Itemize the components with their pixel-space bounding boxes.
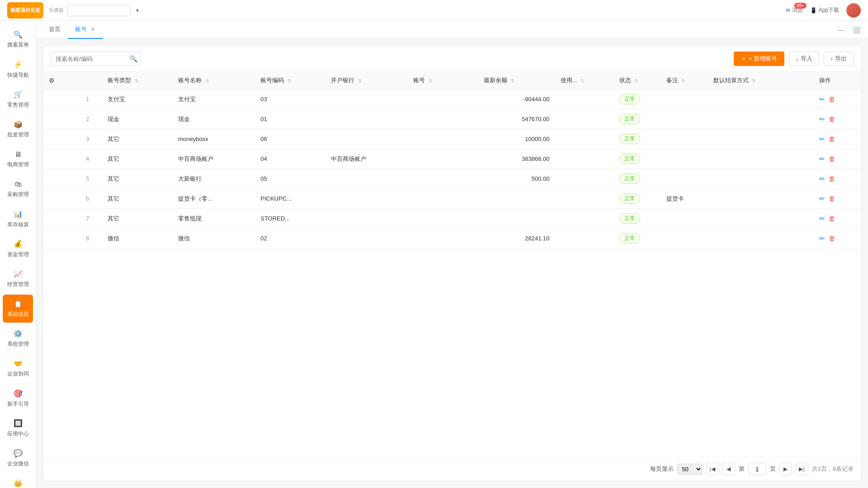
sidebar-item-newbie-guide[interactable]: 🎯 新手引导 [3,384,33,412]
edit-button-7[interactable]: ✏ [819,235,825,243]
delete-button-3[interactable]: 🗑 [829,155,835,163]
cell-settings-4 [43,169,73,189]
sidebar-item-basic-info[interactable]: 📋 基础信息 [3,295,33,323]
import-button[interactable]: ↓ 导入 [789,52,819,66]
tab-account-close[interactable]: ✕ [90,26,96,33]
sidebar-item-ops-mgmt[interactable]: 📈 经营管理 [3,265,33,293]
sidebar-item-search-menu[interactable]: 🔍 搜索菜单 [3,25,33,53]
edit-button-5[interactable]: ✏ [819,195,825,203]
newbie-guide-icon: 🎯 [14,389,23,399]
th-status[interactable]: 状态 ⇅ [614,72,661,89]
cell-code-4: 05 [255,169,326,189]
cell-name-7: 微信 [173,229,255,249]
sidebar-item-inventory-calc[interactable]: 📊 库存核算 [3,205,33,233]
sidebar-item-membership[interactable]: 👑 畅会员 [3,474,33,488]
sidebar-item-wholesale-mgmt[interactable]: 📦 批发管理 [3,115,33,143]
cell-default-4 [708,169,814,189]
cell-type-3: 其它 [102,149,173,169]
header-dropdown[interactable]: ▾ [136,7,139,14]
cell-note-6 [661,209,708,229]
cell-action-5: ✏ 🗑 [814,189,861,209]
th-balance[interactable]: 最新余额 ⇅ [478,72,555,89]
header-search-input[interactable] [67,5,131,16]
delete-button-1[interactable]: 🗑 [829,115,835,123]
search-button[interactable]: 🔍 [130,55,137,62]
cell-settings-0 [43,89,73,109]
cell-account-6 [408,209,478,229]
tab-home[interactable]: 首页 [42,21,68,39]
next-page-button[interactable]: ▶ [779,463,792,475]
cell-code-0: 03 [255,89,326,109]
purchase-mgmt-icon: 🛍 [14,179,22,189]
tab-bar-minimize-button[interactable]: — [835,23,847,36]
th-code[interactable]: 账号编码 ⇅ [255,72,326,89]
edit-button-6[interactable]: ✏ [819,215,825,223]
cell-name-6: 零售抵现 [173,209,255,229]
th-type[interactable]: 账号类型 ⇅ [102,72,173,89]
delete-button-6[interactable]: 🗑 [829,215,835,222]
sidebar-item-ecommerce-mgmt[interactable]: 🖥 电商管理 [3,145,33,173]
delete-button-7[interactable]: 🗑 [829,235,835,242]
sidebar-item-app-center[interactable]: 🔲 应用中心 [3,414,33,442]
th-default-method[interactable]: 默认结算方式 ⇅ [708,72,814,89]
cell-account-4 [408,169,478,189]
search-input[interactable] [51,52,141,66]
last-page-button[interactable]: ▶| [796,463,808,475]
prev-page-button[interactable]: ◀ [722,463,735,475]
cell-usage-1 [555,109,614,129]
cell-code-3: 04 [255,149,326,169]
th-account[interactable]: 账号 ⇅ [408,72,478,89]
edit-button-4[interactable]: ✏ [819,175,825,183]
cell-note-0 [661,89,708,109]
first-page-button[interactable]: |◀ [706,463,719,475]
cell-usage-6 [555,209,614,229]
edit-button-0[interactable]: ✏ [819,95,825,103]
add-account-button[interactable]: ＋ + 新增账号 [734,52,784,66]
sidebar-item-corp-agreement[interactable]: 🤝 企业协同 [3,354,33,382]
cell-type-2: 其它 [102,129,173,149]
delete-button-5[interactable]: 🗑 [829,195,835,202]
edit-button-2[interactable]: ✏ [819,135,825,143]
tab-bar-maximize-button[interactable]: ⬜ [850,23,863,36]
sidebar-label-inventory-calc: 库存核算 [7,221,29,229]
sidebar-label-ops-mgmt: 经营管理 [7,281,29,288]
export-button[interactable]: ↑ 导出 [824,52,854,66]
sort-default-icon: ⇅ [752,78,755,83]
sidebar-item-retail-mgmt[interactable]: 🛒 零售管理 [3,85,33,113]
delete-button-4[interactable]: 🗑 [829,175,835,183]
sidebar-item-finance-mgmt[interactable]: 💰 资金管理 [3,235,33,263]
cell-note-2 [661,129,708,149]
edit-button-1[interactable]: ✏ [819,115,825,123]
app-download-button[interactable]: 📱 App下载 [810,6,839,14]
sidebar-label-wholesale-mgmt: 批发管理 [7,131,29,139]
user-avatar[interactable] [846,3,861,18]
th-usage[interactable]: 使用... ⇅ [555,72,614,89]
th-name[interactable]: 账号名称 ⇅ [173,72,255,89]
th-settings[interactable]: ⚙ [43,72,73,89]
version-tag: 乐惠版 [49,7,64,14]
pagination: 每页显示 50 20 100 |◀ ◀ 第 页 ▶ ▶| 共1页，8条记录 [43,457,861,481]
page-prefix-label: 第 [739,465,745,473]
sidebar-item-quick-nav[interactable]: ⚡ 快捷导航 [3,55,33,83]
tab-account-label: 账号 [75,25,87,33]
th-bank[interactable]: 开户银行 ⇅ [326,72,408,89]
edit-button-3[interactable]: ✏ [819,155,825,163]
sidebar-label-app-center: 应用中心 [7,430,29,438]
delete-button-0[interactable]: 🗑 [829,95,835,103]
chevron-down-icon: ▾ [136,7,139,14]
per-page-select[interactable]: 50 20 100 [677,464,703,475]
cell-bank-6 [326,209,408,229]
sidebar-item-purchase-mgmt[interactable]: 🛍 采购管理 [3,175,33,203]
cell-type-4: 其它 [102,169,173,189]
cell-action-2: ✏ 🗑 [814,129,861,149]
cell-account-7 [408,229,478,249]
th-note[interactable]: 备注 ⇅ [661,72,708,89]
cell-usage-3 [555,149,614,169]
tab-account[interactable]: 账号 ✕ [68,21,103,39]
sidebar-item-sys-mgmt[interactable]: ⚙️ 系统管理 [3,324,33,352]
messages-button[interactable]: ✉ 消息 99+ [786,6,803,14]
delete-button-2[interactable]: 🗑 [829,135,835,143]
table-row: 3 其它 moneybosx 06 10000.00 正常 ✏ 🗑 [43,129,861,149]
sidebar-item-corp-wechat[interactable]: 💬 企业微信 [3,444,33,472]
page-number-input[interactable] [748,463,766,475]
